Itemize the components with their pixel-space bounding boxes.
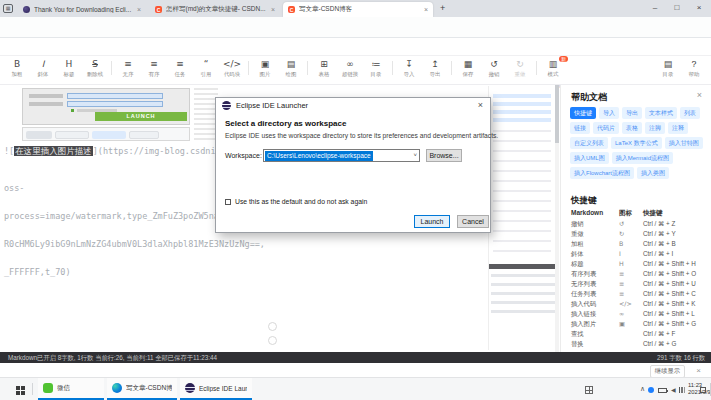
start-button[interactable] xyxy=(16,386,20,390)
import-button[interactable]: ↧ 导入 xyxy=(396,56,422,84)
workspace-combobox[interactable]: C:\Users\Lenovo\eclipse-workspace ˅ xyxy=(263,149,420,162)
browser-tab-3-active[interactable]: C 写文章-CSDN博客 × xyxy=(283,2,433,17)
markdown-line-2[interactable]: oss- xyxy=(4,183,24,193)
help-tag[interactable]: 注释 xyxy=(668,122,688,134)
thumb-launch-button: LAUNCH xyxy=(95,112,187,121)
thumb-label-bar xyxy=(29,102,63,106)
help-tag[interactable]: LaTeX 数学公式 xyxy=(611,137,662,149)
hidden-icons-chevron[interactable]: ∧ xyxy=(640,385,645,393)
csdn-favicon-icon: C xyxy=(155,6,162,13)
battery-icon[interactable] xyxy=(658,388,667,393)
dialog-title: Eclipse IDE Launcher xyxy=(236,101,308,110)
drawing-button[interactable]: ▤ 绘图 xyxy=(278,56,304,84)
preview-scrollbar[interactable] xyxy=(555,85,559,352)
markdown-line-5[interactable]: _FFFFFF,t_70) xyxy=(4,267,71,277)
help-tag-active[interactable]: 快捷键 xyxy=(570,107,596,119)
preview-float-button[interactable] xyxy=(268,322,277,331)
toc-button[interactable]: ≔ 目录 xyxy=(363,56,389,84)
heading-button[interactable]: H 标题 xyxy=(56,56,82,84)
image-button[interactable]: ▣ 图片 xyxy=(252,56,278,84)
new-badge: 新 xyxy=(559,56,568,62)
tray-grid-icon[interactable] xyxy=(585,386,593,394)
strip-close-icon[interactable]: × xyxy=(696,366,701,375)
mini-help-pills xyxy=(493,94,551,124)
thumb-field xyxy=(67,101,163,107)
markdown-line-4[interactable]: R0cHM6Ly9ibG9nLmNzZG4ubmV0L3dlaXhpbl81Mz… xyxy=(4,239,265,249)
thumb-label-bar xyxy=(29,94,63,98)
undo-button[interactable]: ↺ 撤销 xyxy=(481,56,507,84)
table-button[interactable]: ⊞ 表格 xyxy=(311,56,337,84)
maximize-button[interactable]: □ xyxy=(667,0,687,16)
outline-toggle-button[interactable]: ▤ 目录 xyxy=(655,56,681,79)
help-tag[interactable]: 插入Mermaid流程图 xyxy=(612,152,673,164)
action-center-icon[interactable] xyxy=(700,387,706,393)
sidebar-close-icon[interactable]: × xyxy=(697,90,702,100)
help-tag[interactable]: 表格 xyxy=(622,122,642,134)
shortcut-row: 重做 ↻ Ctrl / ⌘ + Y xyxy=(571,229,707,239)
help-tag[interactable]: 导入 xyxy=(599,107,619,119)
taskbar-item-edge[interactable]: 写文章-CSDN博客… xyxy=(107,378,177,400)
help-tag[interactable]: 插入Flowchart流程图 xyxy=(570,167,634,179)
page-bottom-strip: 继续显示 × xyxy=(0,363,711,377)
tab-close-icon[interactable]: × xyxy=(271,6,275,13)
italic-button[interactable]: I 斜体 xyxy=(30,56,56,84)
code-block-button[interactable]: </> 代码块 xyxy=(219,56,245,84)
dialog-close-icon[interactable]: × xyxy=(478,100,483,110)
col-shortcut: 快捷键 xyxy=(643,209,705,218)
redo-button[interactable]: ↻ 重做 xyxy=(507,56,533,84)
mini-help-table xyxy=(493,130,551,260)
dialog-heading: Select a directory as workspace xyxy=(225,119,346,128)
address-bar: ← → ⟳ https://editor.csdn.net/md?not_che… xyxy=(0,17,711,38)
export-button[interactable]: ↥ 导出 xyxy=(422,56,448,84)
tab-actions-icon[interactable]: ▦ xyxy=(3,4,13,13)
editor-header: ‹ 文章管理 21/100 保存草稿 发布文章 xyxy=(0,38,711,56)
close-button[interactable]: × xyxy=(689,0,709,16)
help-tag[interactable]: 插入类图 xyxy=(637,167,669,179)
mode-button[interactable]: ▥ 模式 新 xyxy=(540,56,566,84)
browse-button[interactable]: Browse... xyxy=(426,149,462,162)
help-tag[interactable]: 文本样式 xyxy=(645,107,677,119)
quote-button[interactable]: “ 引用 xyxy=(193,56,219,84)
help-tag[interactable]: 链接 xyxy=(570,122,590,134)
bold-button[interactable]: B 加粗 xyxy=(4,56,30,84)
help-tag[interactable]: 导出 xyxy=(622,107,642,119)
browser-tab-1[interactable]: Thank You for Downloading Ecli... × xyxy=(18,2,146,17)
volume-icon[interactable]: ◀ xyxy=(671,386,676,393)
dialog-title-bar[interactable]: Eclipse IDE Launcher × xyxy=(216,98,490,113)
help-tag[interactable]: 代码片 xyxy=(593,122,619,134)
help-tag[interactable]: 插入UML图 xyxy=(570,152,609,164)
minimize-button[interactable]: – xyxy=(645,0,665,16)
taskbar-item-wechat[interactable]: 微信 xyxy=(38,378,104,400)
help-tag[interactable]: 注脚 xyxy=(645,122,665,134)
hyperlink-button[interactable]: ∞ 超链接 xyxy=(337,56,363,84)
save-button[interactable]: ▦ 保存 xyxy=(455,56,481,84)
help-tag[interactable]: 列表 xyxy=(680,107,700,119)
help-button[interactable]: ？ 帮助 xyxy=(681,56,707,79)
tray-app-icon[interactable] xyxy=(648,387,654,393)
toolbar-divider xyxy=(307,61,308,75)
mini-status-bar xyxy=(489,264,557,269)
preview-float-button[interactable] xyxy=(268,336,277,345)
browser-tab-2[interactable]: C 怎样写(md)的文章快捷键- CSDN... × xyxy=(150,2,280,17)
help-tag[interactable]: 插入甘特图 xyxy=(665,137,703,149)
edge-icon xyxy=(112,383,122,393)
chevron-down-icon[interactable]: ˅ xyxy=(413,152,417,158)
ordered-list-button[interactable]: ≡ 有序 xyxy=(141,56,167,84)
tab-close-icon[interactable]: × xyxy=(424,6,428,13)
cancel-button[interactable]: Cancel xyxy=(457,215,489,228)
default-workspace-checkbox[interactable] xyxy=(225,199,231,205)
task-list-button[interactable]: ≡ 任务 xyxy=(167,56,193,84)
taskbar-item-eclipse[interactable]: Eclipse IDE Launc… xyxy=(180,378,252,400)
workspace-path-selected[interactable]: C:\Users\Lenovo\eclipse-workspace xyxy=(265,151,373,161)
strikethrough-button[interactable]: S 删除线 xyxy=(82,56,108,84)
eclipse-logo-icon xyxy=(222,101,231,110)
help-tag[interactable]: 自定义列表 xyxy=(570,137,608,149)
new-tab-button[interactable]: + xyxy=(440,3,445,13)
unordered-list-button[interactable]: ≡ 无序 xyxy=(115,56,141,84)
network-icon[interactable] xyxy=(679,387,686,393)
wechat-icon xyxy=(43,383,53,393)
launch-button[interactable]: Launch xyxy=(414,215,450,228)
checkbox-label[interactable]: Use this as the default and do not ask a… xyxy=(235,198,367,205)
scrollbar-thumb[interactable] xyxy=(555,85,559,143)
tab-close-icon[interactable]: × xyxy=(137,6,141,13)
